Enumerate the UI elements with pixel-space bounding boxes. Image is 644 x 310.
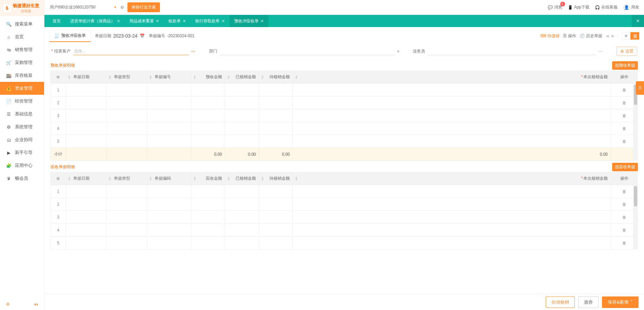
shortcut-link[interactable]: ⌨快捷键 (540, 33, 560, 39)
tab-label: 收款单 (168, 18, 181, 24)
col-gear[interactable]: ⚙ (51, 71, 66, 84)
subtotal-prepay: 0.00 (191, 148, 225, 161)
table-row[interactable]: 1🗑 (51, 185, 638, 198)
col-this[interactable]: ▲▼*本次核销金额 (293, 172, 611, 185)
setup-button[interactable]: ⚙设置 (617, 47, 637, 56)
nav-icon: 🛍 (6, 47, 12, 52)
try-plan-button[interactable]: 体验行业方案 (127, 2, 160, 12)
delete-row-icon[interactable]: 🗑 (613, 113, 635, 118)
col-date[interactable]: ▲▼单据日期 (66, 71, 106, 84)
delete-row-icon[interactable]: 🗑 (613, 241, 635, 245)
col-pending[interactable]: ▲▼待核销金额 (259, 71, 293, 84)
delete-row-icon[interactable]: 🗑 (613, 88, 635, 92)
col-prepay[interactable]: ▲▼预收金额 (191, 71, 225, 84)
workspace-tab[interactable]: 银行存取款单✕ (190, 15, 229, 27)
workspace-tab[interactable]: 商品成本重算✕ (125, 15, 164, 27)
col-code[interactable]: ▲▼单据编号 (147, 71, 191, 84)
sidebar-item[interactable]: 🔍搜索菜单 (0, 18, 44, 30)
customer-more-icon[interactable]: ⋯ (191, 49, 196, 54)
tab-close-icon[interactable]: ✕ (156, 19, 159, 23)
sidebar-item[interactable]: 🛒采购管理 (0, 56, 44, 69)
table-row[interactable]: 2🗑 (51, 96, 638, 109)
doc-date-value[interactable]: 2023-03-24 (113, 33, 138, 39)
sidebar-item[interactable]: 🏬库存核算 (0, 69, 44, 82)
table-row[interactable]: 2🗑 (51, 198, 638, 211)
table-row[interactable]: 5🗑 (51, 237, 638, 249)
view-card-toggle[interactable]: ▥ (630, 32, 639, 40)
workspace-tab[interactable]: 首页 (48, 15, 65, 27)
table-row[interactable]: 4🗑 (51, 224, 638, 237)
tab-close-icon[interactable]: ✕ (117, 19, 120, 23)
sidebar-item[interactable]: 📄经营管理 (0, 95, 44, 108)
dept-input[interactable] (220, 47, 395, 55)
tab-close-icon[interactable]: ✕ (261, 19, 264, 23)
support-link[interactable]: 🎧 在线客服 (595, 4, 618, 10)
delete-row-icon[interactable]: 🗑 (613, 202, 635, 207)
salesman-more-icon[interactable]: ⋯ (599, 49, 603, 54)
workspace-tab[interactable]: 预收冲应收单✕ (229, 15, 268, 27)
col-date[interactable]: ▲▼单据日期 (66, 172, 106, 185)
col-type[interactable]: ▲▼单据类型 (106, 172, 147, 185)
table-row[interactable]: 4🗑 (51, 122, 638, 135)
table-row[interactable]: 1🗑 (51, 84, 638, 96)
col-written[interactable]: ▲▼已核销金额 (225, 71, 259, 84)
brand-logo: 6 畅捷通好生意 精简版 (0, 0, 44, 16)
next-doc-icon[interactable]: ▶ (611, 34, 615, 38)
history-link[interactable]: 🕘历史单据 (580, 33, 602, 39)
table-row[interactable]: 5🗑 (51, 135, 638, 148)
calendar-icon[interactable]: 📅 (140, 34, 145, 38)
floating-help-tab[interactable]: 🗒 (636, 81, 644, 95)
col-gear[interactable]: ⚙ (51, 172, 66, 185)
delete-row-icon[interactable]: 🗑 (613, 126, 635, 131)
prev-doc-icon[interactable]: ◀ (606, 34, 609, 38)
discard-button[interactable]: 放弃 (578, 296, 599, 308)
col-pending[interactable]: ▲▼待核销金额 (259, 172, 293, 185)
sidebar-item[interactable]: 🗂企业协同 (0, 133, 44, 146)
delete-row-icon[interactable]: 🗑 (613, 215, 635, 220)
tab-close-icon[interactable]: ✕ (183, 19, 186, 23)
sidebar-item[interactable]: 🧩应用中心 (0, 159, 44, 172)
workspace-tab[interactable]: 收款单✕ (164, 15, 190, 27)
document-title-tab[interactable]: 🧾 预收冲应收单 (49, 30, 91, 42)
table-row[interactable]: 3🗑 (51, 109, 638, 122)
sidebar-item[interactable]: 🛍销售管理 (0, 43, 44, 56)
tab-close-icon[interactable]: ✕ (222, 19, 225, 23)
col-this[interactable]: ▲▼*本次核销金额 (293, 71, 611, 84)
auto-writeoff-button[interactable]: 自动核销 (546, 296, 575, 308)
operate-link[interactable]: ☰操作 (563, 33, 576, 39)
customer-input[interactable] (73, 47, 188, 55)
sidebar-item[interactable]: 💰资金管理 (0, 82, 44, 95)
company-settings-icon[interactable]: ⚙ (120, 5, 124, 10)
col-written[interactable]: ▲▼已核销金额 (225, 172, 259, 185)
app-download-link[interactable]: 📱 App下载 (568, 4, 589, 10)
sidebar-item[interactable]: ♛畅会员 (0, 172, 44, 185)
scrollbar[interactable] (633, 83, 638, 161)
delete-row-icon[interactable]: 🗑 (613, 189, 635, 194)
dept-dropdown-icon[interactable]: ▾ (397, 49, 399, 54)
delete-row-icon[interactable]: 🗑 (613, 101, 635, 105)
messages-link[interactable]: 💬 消息 5 (548, 4, 562, 10)
view-list-toggle[interactable]: ≡ (622, 32, 630, 40)
salesman-input[interactable] (428, 47, 596, 55)
company-select[interactable]: 用户690企业1660120750 ▾ (49, 3, 117, 12)
col-recv[interactable]: ▲▼应收金额 (191, 172, 225, 185)
delete-row-icon[interactable]: 🗑 (613, 139, 635, 144)
sidebar-item[interactable]: ☰基础信息 (0, 108, 44, 120)
select-receivable-button[interactable]: 选应收单据 (612, 163, 638, 171)
table-row[interactable]: 3🗑 (51, 211, 638, 224)
sidebar-item[interactable]: ⌂首页 (0, 30, 44, 43)
delete-row-icon[interactable]: 🗑 (613, 228, 635, 232)
scrollbar[interactable] (633, 185, 638, 249)
user-menu[interactable]: 👤 用友 (623, 4, 639, 11)
sidebar-item[interactable]: ▶新手引导 (0, 146, 44, 159)
col-code2[interactable]: ▲▼单据编码 (147, 172, 191, 185)
settings-icon[interactable]: ⚙ (6, 302, 10, 307)
workspace-tab[interactable]: 进货单统计表（按商品）✕ (65, 15, 125, 27)
collapse-icon[interactable]: ⏮ (34, 302, 38, 307)
select-prepay-button[interactable]: 选预收单据 (612, 61, 638, 70)
tabs-close-all[interactable]: ✕ (632, 15, 644, 27)
save-new-button[interactable]: 保存&新增˄ (602, 296, 639, 308)
col-type[interactable]: ▲▼单据类型 (106, 71, 147, 84)
nav-icon: 🧩 (6, 163, 12, 168)
sidebar-item[interactable]: ⚙系统管理 (0, 120, 44, 133)
